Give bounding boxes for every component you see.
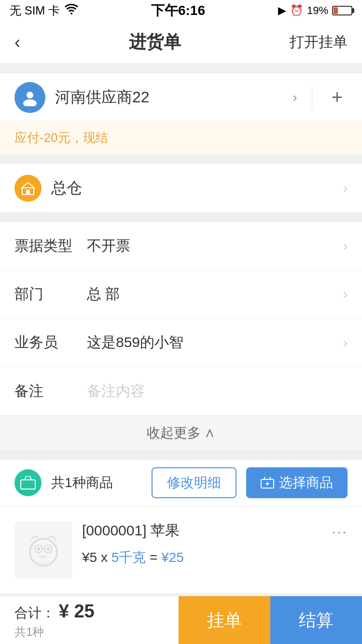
warehouse-name: 总仓 [51, 178, 343, 199]
nav-bar: ‹ 进货单 打开挂单 [0, 21, 362, 64]
dept-arrow-icon: › [343, 287, 348, 302]
svg-rect-4 [21, 480, 35, 489]
product-quantity: 5千克 [111, 550, 146, 565]
svg-point-1 [23, 99, 37, 106]
warehouse-arrow-icon: › [343, 181, 348, 196]
divider-1 [0, 64, 362, 73]
bottom-summary: 合计： ¥ 25 共1种 [0, 596, 179, 644]
back-button[interactable]: ‹ [14, 32, 20, 53]
product-item: 督干 [0000001] 苹果 ¥5 x 5千克 = ¥25 ··· [0, 506, 362, 593]
add-supplier-button[interactable]: + [327, 86, 348, 108]
svg-rect-3 [26, 190, 30, 195]
product-count: 共1种商品 [51, 474, 142, 492]
checkout-button[interactable]: 结算 [270, 596, 362, 644]
battery-percent: 19% [307, 4, 328, 17]
product-info: [0000001] 苹果 ¥5 x 5千克 = ¥25 [82, 521, 322, 579]
warehouse-section[interactable]: 总仓 › [0, 164, 362, 212]
svg-point-0 [27, 92, 33, 98]
page-title: 进货单 [129, 30, 181, 54]
warehouse-icon [14, 175, 42, 202]
product-name: [0000001] 苹果 [82, 521, 322, 541]
supplier-name: 河南供应商22 [55, 87, 292, 108]
status-right: ▶ ⏰ 19% [278, 4, 352, 17]
total-row: 合计： ¥ 25 [14, 601, 164, 622]
status-left: 无 SIM 卡 [10, 3, 78, 18]
product-total: ¥25 [161, 550, 184, 565]
invoice-arrow-icon: › [343, 238, 348, 254]
invoice-type-label: 票据类型 [14, 236, 82, 256]
pending-button[interactable]: 挂单 [179, 596, 270, 644]
item-count: 共1种 [14, 624, 164, 640]
svg-point-9 [37, 547, 40, 550]
product-title: 苹果 [151, 522, 180, 538]
salesperson-value: 这是859的小智 [82, 333, 343, 352]
product-unit-price: ¥5 [82, 550, 97, 565]
salesperson-label: 业务员 [14, 333, 82, 352]
carrier-text: 无 SIM 卡 [10, 3, 60, 18]
product-more-button[interactable]: ··· [332, 521, 348, 579]
invoice-type-value: 不开票 [82, 236, 343, 256]
product-section: 共1种商品 修改明细 选择商品 [0, 460, 362, 593]
product-header-icon [14, 469, 42, 496]
collapse-more-button[interactable]: 收起更多 ∧ [0, 415, 362, 450]
product-code: [0000001] [82, 522, 146, 538]
modify-detail-button[interactable]: 修改明细 [152, 467, 237, 498]
alarm-icon: ⏰ [290, 4, 303, 17]
dept-row[interactable]: 部门 总 部 › [0, 270, 362, 319]
salesperson-arrow-icon: › [343, 335, 348, 350]
location-icon: ▶ [278, 4, 286, 17]
wifi-icon [65, 4, 78, 17]
remark-row[interactable]: 备注 备注内容 [0, 367, 362, 415]
svg-text:督干: 督干 [36, 560, 50, 568]
open-pending-button[interactable]: 打开挂单 [290, 32, 348, 52]
supplier-divider [312, 85, 312, 110]
select-product-button[interactable]: 选择商品 [246, 467, 348, 498]
total-label: 合计： [14, 605, 55, 620]
svg-point-10 [47, 547, 50, 550]
remark-placeholder: 备注内容 [82, 381, 348, 401]
invoice-type-row[interactable]: 票据类型 不开票 › [0, 222, 362, 270]
product-thumbnail: 督干 [14, 521, 72, 579]
dept-value: 总 部 [82, 284, 343, 304]
supplier-avatar [14, 82, 45, 113]
product-price-row: ¥5 x 5千克 = ¥25 [82, 548, 322, 567]
form-section: 票据类型 不开票 › 部门 总 部 › 业务员 这是859的小智 › 备注 备注… [0, 222, 362, 415]
supplier-arrow-icon: › [292, 90, 297, 105]
product-header: 共1种商品 修改明细 选择商品 [0, 460, 362, 506]
salesperson-row[interactable]: 业务员 这是859的小智 › [0, 319, 362, 367]
bottom-bar: 合计： ¥ 25 共1种 挂单 结算 [0, 596, 362, 644]
notice-bar: 应付-20元，现结 [0, 122, 362, 154]
dept-label: 部门 [14, 284, 82, 304]
supplier-section[interactable]: 河南供应商22 › + [0, 73, 362, 122]
battery-icon [332, 6, 352, 15]
select-product-label: 选择商品 [279, 474, 333, 492]
remark-label: 备注 [14, 381, 82, 401]
status-bar: 无 SIM 卡 下午6:16 ▶ ⏰ 19% [0, 0, 362, 21]
status-time: 下午6:16 [151, 1, 205, 20]
total-amount: ¥ 25 [59, 601, 95, 621]
